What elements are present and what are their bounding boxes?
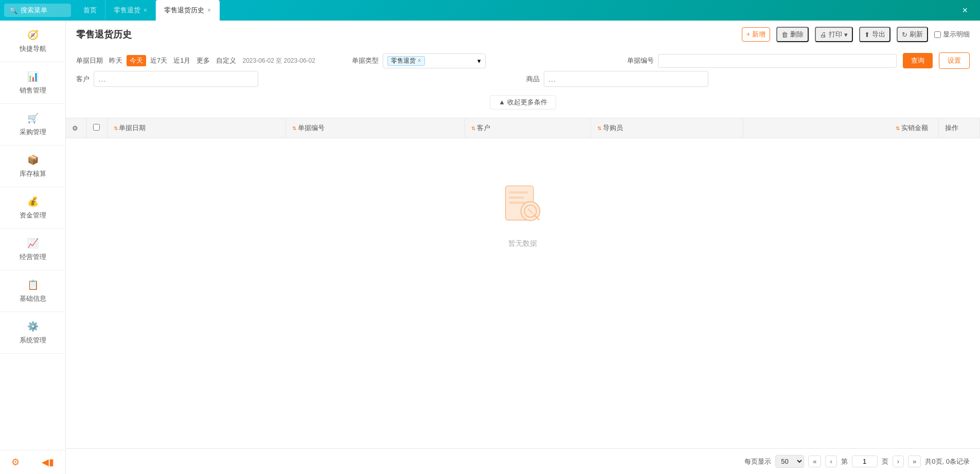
customer-dots: ... [98,74,106,84]
empty-state-row: 暂无数据 [66,138,980,290]
print-button[interactable]: 🖨 打印 ▾ [815,27,853,42]
date-option-custom[interactable]: 自定义 [214,55,238,66]
first-page-button[interactable]: « [808,455,821,467]
date-option-7days[interactable]: 近7天 [148,55,169,66]
sidebar: 🧭 快捷导航 📊 销售管理 🛒 采购管理 📦 库存核算 💰 资金管理 📈 经营管… [0,21,66,474]
th-doc-date[interactable]: ⇅ 单据日期 [107,118,286,138]
doc-type-label: 单据类型 [352,56,379,65]
page-header: 零售退货历史 + 新增 🗑 删除 🖨 打印 ▾ ⬆ [66,21,980,118]
filter-area: 单据日期 昨天 今天 近7天 近1月 更多 自定义 2023-06-02 至 2… [76,48,970,118]
sort-icon-doc-no: ⇅ [292,125,298,131]
th-settings[interactable]: ⚙ [66,118,86,138]
search-menu[interactable]: 🔍 搜索菜单 [4,4,71,17]
page-actions: + 新增 🗑 删除 🖨 打印 ▾ ⬆ 导出 [742,27,970,42]
sidebar-item-inventory[interactable]: 📦 库存核算 [0,145,65,187]
goods-label: 商品 [526,75,540,84]
setting-button[interactable]: 设置 [939,52,970,69]
doc-type-tag-remove[interactable]: × [418,57,421,64]
pagination-bar: 每页显示 50 20 100 « ‹ 第 页 › » 共0页, 0条记录 [66,448,980,474]
doc-no-input[interactable] [658,54,897,68]
sidebar-item-operations[interactable]: 📈 经营管理 [0,229,65,270]
customer-filter-item: 客户 ... [76,71,520,87]
page-unit: 页 [882,457,888,466]
table-settings-icon[interactable]: ⚙ [72,124,78,132]
print-icon: 🖨 [820,31,827,39]
th-customer[interactable]: ⇅ 客户 [465,118,591,138]
basic-info-icon: 📋 [27,279,39,291]
add-button[interactable]: + 新增 [742,27,770,42]
doc-no-label: 单据编号 [627,56,654,65]
page-input[interactable] [852,455,878,467]
tab-retail-return-close[interactable]: × [144,7,147,14]
close-window-button[interactable]: × [958,5,972,16]
doc-no-filter-item: 单据编号 [627,54,897,68]
sidebar-item-sales-mgmt[interactable]: 📊 销售管理 [0,62,65,104]
page-size-label: 每页显示 [744,457,771,466]
doc-type-filter-item: 单据类型 零售退货 × ▾ [352,53,621,68]
doc-type-select[interactable]: 零售退货 × ▾ [383,53,486,68]
tab-retail-return-history-label: 零售退货历史 [164,6,204,15]
sidebar-item-basic-info-label: 基础信息 [20,294,46,303]
date-filter-item: 单据日期 昨天 今天 近7天 近1月 更多 自定义 2023-06-02 至 2… [76,55,346,66]
sidebar-item-quick-nav[interactable]: 🧭 快捷导航 [0,21,65,62]
refresh-label: 刷新 [910,30,923,39]
empty-icon [497,179,548,231]
collapse-label: ▲ 收起更多条件 [498,98,547,107]
sidebar-item-inventory-label: 库存核算 [20,169,46,178]
goods-dots: ... [548,74,556,84]
sidebar-item-system-mgmt[interactable]: ⚙️ 系统管理 [0,312,65,354]
date-filter-label: 单据日期 [76,56,103,65]
add-label: + 新增 [746,30,765,39]
top-bar-right: × [958,5,980,16]
sidebar-item-system-mgmt-label: 系统管理 [20,336,46,345]
sidebar-item-purchase-mgmt-label: 采购管理 [20,127,46,137]
date-option-yesterday[interactable]: 昨天 [107,55,124,66]
export-label: 导出 [872,30,885,39]
refresh-button[interactable]: ↻ 刷新 [897,27,928,42]
show-detail-checkbox[interactable] [934,31,941,38]
tab-retail-return-history[interactable]: 零售退货历史 × [156,0,220,21]
print-dropdown-icon: ▾ [844,31,848,39]
doc-type-tag: 零售退货 × [387,56,425,66]
doc-type-tag-value: 零售退货 [391,57,416,65]
date-option-more[interactable]: 更多 [194,55,212,66]
customer-select[interactable]: ... [94,71,258,87]
last-page-button[interactable]: » [908,455,921,467]
th-doc-no[interactable]: ⇅ 单据编号 [286,118,465,138]
refresh-icon: ↻ [902,31,907,39]
table-header-row: ⚙ ⇅ 单据日期 ⇅ 单据编号 [66,118,980,138]
date-filter-options: 昨天 今天 近7天 近1月 更多 自定义 2023-06-02 至 2023-0… [107,55,315,66]
volume-bottom-icon[interactable]: ◀▮ [42,457,54,468]
page-size-select[interactable]: 50 20 100 [775,455,804,468]
date-option-today[interactable]: 今天 [127,55,146,66]
query-button[interactable]: 查询 [903,53,933,68]
sidebar-bottom: ⚙ ◀▮ [0,450,65,474]
goods-filter-item: 商品 ... [526,71,970,87]
tab-retail-return[interactable]: 零售退货 × [105,0,156,21]
settings-bottom-icon[interactable]: ⚙ [11,457,20,468]
th-guide[interactable]: ⇅ 导购员 [591,118,743,138]
sidebar-item-operations-label: 经营管理 [20,252,46,262]
collapse-button[interactable]: ▲ 收起更多条件 [490,95,556,110]
next-page-button[interactable]: › [893,455,904,467]
sidebar-item-purchase-mgmt[interactable]: 🛒 采购管理 [0,104,65,145]
select-all-checkbox[interactable] [93,124,100,131]
sort-icon-amount: ⇅ [896,125,901,131]
sort-icon-customer: ⇅ [471,125,477,131]
th-amount[interactable]: ⇅ 实销金额 [743,118,939,138]
operations-icon: 📈 [27,237,39,249]
tab-home-label: 首页 [83,6,97,15]
delete-button[interactable]: 🗑 删除 [776,27,809,42]
tab-home[interactable]: 首页 [75,0,105,21]
sidebar-item-basic-info[interactable]: 📋 基础信息 [0,270,65,312]
export-button[interactable]: ⬆ 导出 [859,27,890,42]
sidebar-item-finance[interactable]: 💰 资金管理 [0,187,65,229]
tab-retail-return-label: 零售退货 [114,6,140,15]
tab-retail-return-history-close[interactable]: × [207,7,211,14]
delete-icon: 🗑 [781,31,788,39]
page-label: 第 [841,457,848,466]
date-option-1month[interactable]: 近1月 [171,55,192,66]
prev-page-button[interactable]: ‹ [825,455,836,467]
table-container: ⚙ ⇅ 单据日期 ⇅ 单据编号 [66,118,980,448]
goods-select[interactable]: ... [544,71,708,87]
